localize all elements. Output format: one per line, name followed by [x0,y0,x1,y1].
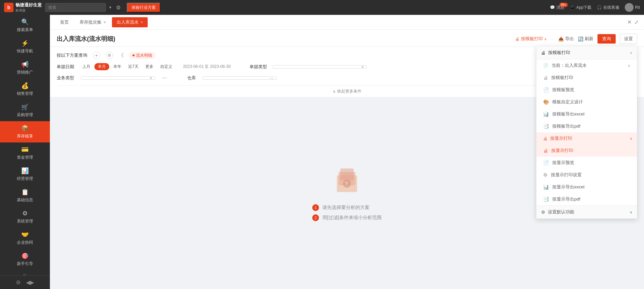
business-type-more[interactable]: ··· [162,74,167,81]
footer-settings-icon: ⚙ [541,210,545,215]
app-download-button[interactable]: 📱 App下载 [570,5,591,10]
date-label: 单据日期 [57,64,74,70]
dropdown-display-pdf[interactable]: 📑 按显示导出pdf [536,193,637,205]
dropdown-current-item[interactable]: 📄 当前：出入库流水 ∨ [536,59,637,72]
sidebar-item-quick-nav[interactable]: ⚡ 快捷导航 [0,36,50,57]
display-print-icon: 🖨 [543,148,548,153]
tab-home[interactable]: 首页 [55,17,74,27]
sidebar-item-inventory[interactable]: 📦 库存核算 [0,121,50,142]
sidebar-bottom: ⚙ ◀▶ [0,275,50,289]
logo-icon: b [4,3,13,12]
print-chevron-up-icon: ∧ [544,37,547,41]
sidebar-item-basic[interactable]: 📋 基础信息 [0,185,50,206]
dropdown-template-custom[interactable]: 🎨 模板自定义设计 [536,96,637,108]
filter-by-label: 按以下方案查询 [57,52,87,58]
collapse-icon[interactable]: ◀▶ [26,279,34,286]
finance-label: 资金管理 [17,155,33,160]
online-service-button[interactable]: 🎧 在线客服 [597,5,619,10]
sidebar-item-operation[interactable]: 📊 经营管理 [0,164,50,185]
tab-batch-close[interactable]: × [104,20,106,25]
dropdown-display-section[interactable]: 🖨 按显示打印 ∧ [536,132,637,144]
empty-step-2: 2 用[过滤]条件来缩小分析范围 [312,214,382,221]
display-excel-label: 按显示导出excel [552,184,584,190]
warehouse-select[interactable]: ··· [203,76,277,80]
sidebar-item-sales[interactable]: 💰 销售管理 [0,79,50,100]
date-tab-more[interactable]: 更多 [143,63,156,70]
footer-chevron: ∨ [630,210,632,214]
topbar-right: 💬 消息 99+ 📱 App下载 🎧 在线客服 Rit [550,3,640,12]
filter-add-button[interactable]: + [93,52,100,59]
dropdown-display-excel[interactable]: 📊 按显示导出excel [536,181,637,193]
tab-batch[interactable]: 库存批次账 × [75,17,111,27]
search-input[interactable]: 搜索 [45,3,106,12]
sidebar-item-finance[interactable]: 💳 资金管理 [0,142,50,164]
query-button[interactable]: 查询 [597,34,616,44]
basic-icon: 📋 [21,188,29,196]
sidebar-item-guide[interactable]: 🎯 新手引导 [0,249,50,270]
empty-illustration: ? [330,165,364,199]
date-tab-last7[interactable]: 近7天 [125,63,141,70]
refresh-button[interactable]: 🔄 刷新 [578,36,593,42]
sidebar-item-search-menu[interactable]: 🔍 搜索菜单 [0,15,50,36]
display-section-chevron: ∧ [630,137,632,140]
sidebar-item-system[interactable]: ⚙ 系统管理 [0,206,50,228]
filter-collapse-icon[interactable]: 《 [118,52,124,59]
quick-nav-icon: ⚡ [21,40,29,47]
dropdown-display-print[interactable]: 🖨 按显示打印 [536,144,637,157]
filter-flow-tag[interactable]: 流水明细 [129,52,155,59]
warehouse-more-btn[interactable]: ··· [270,75,274,81]
dropdown-display-preview[interactable]: 📄 按显示预览 [536,157,637,169]
display-section-label: 按显示打印 [550,135,572,141]
tab-flow[interactable]: 出入库流水 × [112,17,148,27]
display-preview-icon: 📄 [543,160,549,165]
brand-sub: 标准版 [16,8,42,12]
operation-label: 经营管理 [17,176,33,182]
sidebar-item-purchase[interactable]: 🛒 采购管理 [0,100,50,121]
date-tabs: 上月 本月 本年 近7天 更多 自定义 [80,63,175,70]
svg-text:?: ? [345,181,348,186]
dropdown-footer[interactable]: ⚙ 设置默认功能 ∨ [536,205,637,218]
print-dropdown-panel: 🖨 按模板打印 ∧ 📄 当前：出入库流水 ∨ 🖨 按模板打印 [536,46,637,219]
dropdown-template-pdf[interactable]: 📑 按模板导出pdf [536,120,637,132]
content-area: 首页 库存批次账 × 出入库流水 × ✕ ⤢ 出入库流水(流水明细) 🖨 按模板… [50,15,644,289]
user-avatar-area[interactable]: Rit [625,3,640,12]
dropdown-header[interactable]: 🖨 按模板打印 ∧ [536,46,637,59]
settings-button[interactable]: 设置 [620,34,637,44]
export-button[interactable]: 📤 导出 [558,36,574,42]
quick-nav-label: 快捷导航 [17,48,33,54]
svg-rect-2 [340,168,354,180]
business-type-select[interactable]: ∨ [81,76,155,80]
maximize-icon[interactable]: ⤢ [634,19,639,25]
date-tab-last-month[interactable]: 上月 [80,63,93,70]
template-excel-icon: 📊 [543,111,549,117]
trial-button[interactable]: 体验行业方案 [127,3,160,12]
date-tab-this-month[interactable]: 本月 [94,63,109,70]
settings-icon[interactable]: ⚙ [16,279,21,286]
template-pdf-label: 按模板导出pdf [552,123,580,129]
apps-icon: 📱 [21,273,29,275]
date-tab-custom[interactable]: 自定义 [157,63,175,70]
print-template-button[interactable]: 🖨 按模板打印 ∧ [515,36,547,42]
tab-flow-close[interactable]: × [141,20,143,25]
search-menu-label: 搜索菜单 [17,27,33,33]
sidebar-item-marketing[interactable]: 📢 营销推广 [0,57,50,79]
template-preview-icon: 📄 [543,87,549,93]
dropdown-display-settings[interactable]: ⚙ 按显示打印设置 [536,169,637,181]
doc-type-select[interactable]: ∨ [272,65,367,69]
refresh-icon: 🔄 [578,36,583,42]
sidebar-item-apps[interactable]: 📱 应用中心 [0,270,50,275]
display-preview-label: 按显示预览 [552,160,574,166]
sidebar-item-collab[interactable]: 🤝 企业协同 [0,228,50,249]
message-button[interactable]: 💬 消息 99+ [550,5,564,10]
dropdown-template-excel[interactable]: 📊 按模板导出excel [536,108,637,120]
filter-tag-label: 流水明细 [136,53,152,58]
gear-icon[interactable]: ⚙ [116,4,121,11]
topbar-dropdown[interactable]: ▾ [109,5,111,10]
dropdown-template-print[interactable]: 🖨 按模板打印 [536,72,637,84]
dropdown-template-preview[interactable]: 📄 按模板预览 [536,84,637,96]
close-all-icon[interactable]: ✕ [627,19,632,25]
message-icon: 💬 [550,5,555,10]
filter-settings-button[interactable]: ⚙ [106,52,113,59]
purchase-icon: 🛒 [21,103,29,111]
date-tab-this-year[interactable]: 本年 [111,63,124,70]
